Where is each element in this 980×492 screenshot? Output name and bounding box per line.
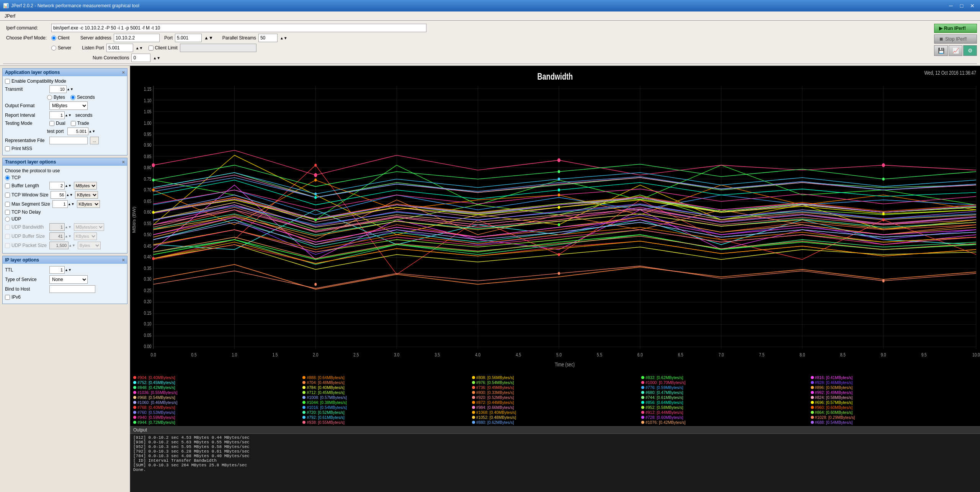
tcp-nodelay-check[interactable]: TCP No Delay [5,209,41,215]
svg-text:0.10: 0.10 [144,321,152,327]
settings-icon-button[interactable]: ⚙ [963,45,977,56]
chart-icon-button[interactable]: 📈 [949,45,962,56]
udp-buffer-unit[interactable]: KBytes [74,232,97,240]
max-segment-check[interactable]: Max Segment Size [5,201,50,207]
udp-radio-label[interactable]: UDP [5,216,21,222]
port-input[interactable] [175,34,202,42]
ttl-input[interactable] [49,266,65,274]
seconds-radio[interactable] [70,95,75,100]
tcp-radio-label[interactable]: TCP [5,175,21,180]
dual-check-label[interactable]: Dual [49,121,65,126]
svg-text:0.00: 0.00 [144,343,152,349]
buffer-length-check[interactable]: Buffer Length [5,183,47,188]
num-connections-row: Num Connections ▲▼ [6,54,974,62]
client-limit-check[interactable] [149,46,154,51]
udp-bandwidth-check[interactable]: UDP Bandwidth [5,224,47,230]
legend-text: #784: [0.40MBytes/s] [307,385,345,390]
minimize-button[interactable]: ─ [946,1,956,10]
output-format-select[interactable]: MBytes [49,101,88,110]
buffer-length-input[interactable] [49,182,65,190]
server-radio[interactable] [51,46,56,51]
server-address-input[interactable] [114,34,160,42]
tcp-window-unit[interactable]: KBytes [75,191,98,199]
representative-file-input[interactable] [49,137,88,144]
report-interval-spinner[interactable]: ▲▼ [65,113,72,117]
print-mss-check[interactable]: Print MSS [5,146,32,151]
transmit-input[interactable] [49,85,67,93]
udp-packet-check[interactable]: UDP Packet Size [5,243,47,248]
legend-color-dot [641,386,644,389]
test-port-spinner[interactable]: ▲▼ [88,129,95,133]
dual-check[interactable] [49,121,54,126]
svg-text:Wed, 12 Oct 2016 11:36:47: Wed, 12 Oct 2016 11:36:47 [924,70,976,76]
bind-host-input[interactable] [49,285,95,293]
udp-packet-unit[interactable]: Bytes [78,242,101,249]
udp-buffer-check[interactable]: UDP Buffer Size [5,234,47,239]
svg-text:1.00: 1.00 [144,120,152,126]
ipv6-check[interactable]: IPv6 [5,294,21,300]
legend-item: #1060: [0.46MBytes/s] [133,400,299,405]
transport-layer-close[interactable]: ✕ [122,160,125,164]
menu-jperf[interactable]: JPerf [2,13,18,20]
legend-text: #940: [0.59MBytes/s] [137,415,175,420]
save-icon-button[interactable]: 💾 [934,45,948,56]
run-button[interactable]: ▶ Run IPerf! [934,24,977,33]
buffer-length-unit[interactable]: MBytes [74,182,97,190]
udp-bandwidth-unit[interactable]: MBytes/sec [74,223,104,231]
server-label: Server [58,45,71,51]
iperf-command-input[interactable] [51,24,426,32]
udp-buffer-input[interactable] [49,232,65,240]
transmit-spinner[interactable]: ▲▼ [67,87,74,91]
udp-radio[interactable] [5,217,10,222]
report-interval-input[interactable] [49,111,65,119]
server-radio-label[interactable]: Server [51,45,71,51]
legend-text: #872: [0.44MBytes/s] [476,400,514,405]
tcp-radio[interactable] [5,175,10,180]
bytes-radio-label[interactable]: Bytes [47,95,65,100]
udp-bandwidth-input[interactable] [49,223,65,231]
transport-layer-body: Choose the protocol to use TCP Buffer Le… [3,166,127,253]
tcp-window-row: TCP Window Size ▲▼ KBytes [5,191,125,199]
trade-check[interactable] [71,121,76,126]
listen-port-input[interactable] [106,44,133,52]
test-port-input[interactable] [67,127,88,135]
svg-point-95 [314,173,317,177]
ip-layer-close[interactable]: ✕ [122,258,125,262]
num-connections-input[interactable] [131,54,150,62]
client-limit-label[interactable]: Client Limit [149,45,178,51]
seconds-radio-label[interactable]: Seconds [70,95,95,100]
tos-select[interactable]: None [49,275,88,284]
parallel-streams-input[interactable] [258,34,278,42]
client-limit-input[interactable] [180,44,256,52]
output-content[interactable]: [912] 0.0-10.2 sec 4.53 MBytes 0.44 MByt… [130,434,980,492]
output-line: [784] 0.0-10.3 sec 4.08 MBytes 0.40 MByt… [133,454,977,458]
tcp-window-check[interactable]: TCP Window Size [5,192,48,198]
svg-text:0.40: 0.40 [144,254,152,260]
max-segment-input[interactable] [52,200,68,208]
maximize-button[interactable]: □ [957,1,966,10]
legend-color-dot [472,406,475,409]
legend-item: #928: [0.46MBytes/s] [811,380,977,385]
bytes-radio[interactable] [47,95,52,100]
tcp-window-input[interactable] [51,191,66,199]
svg-text:0.20: 0.20 [144,299,152,304]
browse-button[interactable]: ... [90,137,99,144]
svg-text:0.65: 0.65 [144,198,152,204]
max-segment-unit[interactable]: KBytes [77,200,100,208]
client-radio-label[interactable]: Client [51,35,70,41]
legend-text: #776: [0.59MBytes/s] [645,385,683,390]
legend-color-dot [302,406,305,409]
app-layer-close[interactable]: ✕ [122,70,125,75]
legend-text: #856: [0.64MBytes/s] [645,400,683,405]
client-radio[interactable] [51,36,56,41]
server-address-label: Server address [80,35,111,41]
close-button[interactable]: ✕ [968,1,977,10]
udp-packet-input[interactable] [49,242,69,249]
stop-button[interactable]: ⏹ Stop IPerf! [934,34,977,44]
compat-mode-check[interactable]: Enable Compatibility Mode [5,78,66,84]
svg-point-110 [558,178,560,181]
svg-point-109 [314,193,317,196]
trade-check-label[interactable]: Trade [71,121,89,126]
legend-item: #904: [0.40MBytes/s] [133,375,299,380]
legend-color-dot [811,406,814,409]
